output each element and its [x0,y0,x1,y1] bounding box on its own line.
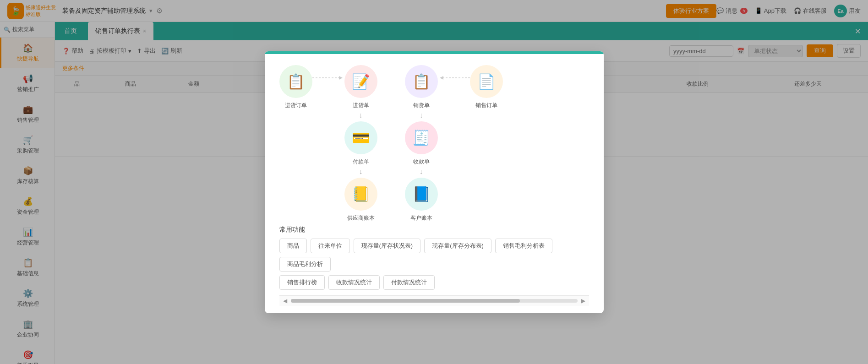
dashed-arrow-1 [312,74,344,81]
scroll-track[interactable] [291,299,578,303]
flow-diagram: 📋 进货订单 📝 进货单 [279,65,589,222]
flow-node-purchase-receipt[interactable]: 📝 进货单 [344,65,377,109]
dashed-arrow-2 [438,74,470,81]
func-btn-product[interactable]: 商品 [279,239,307,253]
func-btn-partners[interactable]: 往来单位 [311,239,350,253]
scroll-right-icon[interactable]: ▶ [581,298,585,304]
flow-node-receipt[interactable]: 🧾 收款单 [405,121,438,166]
flow-node-payment[interactable]: 💳 付款单 [344,121,377,166]
sales-order-label: 销售订单 [475,102,497,109]
purchase-receipt-circle: 📝 [344,65,377,98]
func-buttons-row-1: 商品 往来单位 现存量(库存状况表) 现存量(库存分布表) 销售毛利分析表 商品… [279,239,589,272]
flow-node-sales-receipt[interactable]: 📋 销货单 [405,65,438,109]
func-btn-inventory-dist[interactable]: 现存量(库存分布表) [424,239,491,253]
customer-ledger-circle: 📘 [405,178,438,211]
flow-col-4: 📄 销售订单 [470,65,503,109]
flow-node-customer-ledger[interactable]: 📘 客户账本 [405,178,438,222]
func-btn-payment-stats[interactable]: 付款情况统计 [383,275,435,290]
modal-body: 📋 进货订单 📝 进货单 [265,54,604,313]
supplier-ledger-circle: 📒 [344,178,377,211]
svg-marker-3 [440,76,443,80]
down-arrow-2: ↓ [359,168,363,176]
flow-node-supplier-ledger[interactable]: 📒 供应商账本 [344,178,377,222]
func-btn-receipt-stats[interactable]: 收款情况统计 [328,275,380,290]
sales-receipt-circle: 📋 [405,65,438,98]
sales-order-circle: 📄 [470,65,503,98]
payment-circle: 💳 [344,121,377,154]
customer-ledger-label: 客户账本 [410,214,432,222]
scroll-thumb [291,299,520,303]
purchase-receipt-label: 进货单 [353,102,369,109]
flow-col-2: 📝 进货单 ↓ 💳 付款单 ↓ 📒 供应商账本 [344,65,377,222]
flow-col-1: 📋 进货订单 [279,65,312,109]
down-arrow-4: ↓ [420,168,423,176]
sales-receipt-label: 销货单 [413,102,430,109]
modal: 📋 进货订单 📝 进货单 [265,51,604,313]
func-btn-sales-profit[interactable]: 销售毛利分析表 [495,239,552,253]
common-functions: 常用功能 商品 往来单位 现存量(库存状况表) 现存量(库存分布表) 销售毛利分… [279,226,589,290]
scroll-bar-area: ◀ ▶ [279,295,589,306]
down-arrow-1: ↓ [359,111,363,120]
flow-node-sales-order[interactable]: 📄 销售订单 [470,65,503,109]
svg-marker-1 [339,76,343,80]
scroll-left-icon[interactable]: ◀ [283,298,287,304]
down-arrow-3: ↓ [420,111,423,120]
receipt-label: 收款单 [413,158,430,166]
arrow-2 [438,65,470,92]
purchase-order-circle: 📋 [279,65,312,98]
modal-overlay[interactable]: 📋 进货订单 📝 进货单 [0,0,868,364]
receipt-circle: 🧾 [405,121,438,154]
common-func-title: 常用功能 [279,226,589,234]
supplier-ledger-label: 供应商账本 [347,214,375,222]
purchase-order-label: 进货订单 [285,102,307,109]
payment-label: 付款单 [353,158,369,166]
flow-node-purchase-order[interactable]: 📋 进货订单 [279,65,312,109]
flow-col-3: 📋 销货单 ↓ 🧾 收款单 ↓ 📘 客户账本 [405,65,438,222]
func-buttons-row-2: 销售排行榜 收款情况统计 付款情况统计 [279,275,589,290]
arrow-1 [312,65,344,92]
func-btn-sales-rank[interactable]: 销售排行榜 [279,275,325,290]
func-btn-product-profit[interactable]: 商品毛利分析 [279,257,331,272]
func-btn-inventory-status[interactable]: 现存量(库存状况表) [354,239,421,253]
